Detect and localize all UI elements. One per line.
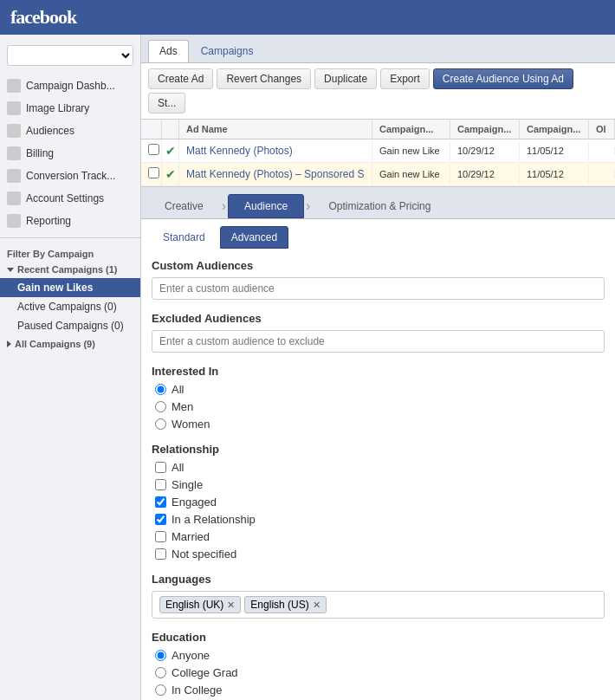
- cb-rel-engaged[interactable]: [155, 496, 166, 508]
- th-campaign3: Campaign...: [520, 120, 589, 139]
- th-campaign1: Campaign...: [372, 120, 450, 139]
- interested-in-men[interactable]: Men: [155, 400, 605, 413]
- td-name-2[interactable]: Matt Kennedy (Photos) – Sponsored S: [179, 164, 372, 185]
- radio-men-label: Men: [172, 400, 193, 413]
- sidebar-label-reporting: Reporting: [26, 215, 71, 227]
- radio-men[interactable]: [155, 401, 166, 412]
- more-button[interactable]: St...: [148, 93, 185, 113]
- languages-tags-container[interactable]: English (UK) ✕ English (US) ✕: [152, 591, 605, 619]
- th-status: [162, 120, 179, 139]
- create-audience-button[interactable]: Create Audience Using Ad: [433, 68, 573, 89]
- cb-rel-married[interactable]: [155, 531, 166, 542]
- custom-audiences-section: Custom Audiences: [152, 259, 605, 300]
- cb-rel-all[interactable]: [155, 462, 166, 473]
- relationship-checkbox-group: All Single Engaged In a Relationshi: [155, 461, 605, 561]
- sidebar-item-dashboard[interactable]: Campaign Dashb...: [0, 75, 140, 97]
- step-tab-optimization[interactable]: Optimization & Pricing: [312, 194, 447, 218]
- sidebar-label-dashboard: Campaign Dashb...: [26, 80, 115, 92]
- step-tab-audience[interactable]: Audience: [228, 194, 304, 218]
- lang-tag-uk-remove[interactable]: ✕: [227, 600, 235, 611]
- languages-label: Languages: [152, 573, 605, 586]
- cb-rel-single[interactable]: [155, 479, 166, 490]
- sidebar-item-audiences[interactable]: Audiences: [0, 120, 140, 142]
- education-label: Education: [152, 631, 605, 644]
- sidebar-item-image-library[interactable]: Image Library: [0, 97, 140, 120]
- step-tab-creative[interactable]: Creative: [148, 194, 220, 218]
- row-checkbox-2[interactable]: [148, 167, 159, 178]
- sidebar-item-reporting[interactable]: Reporting: [0, 210, 140, 232]
- create-ad-button[interactable]: Create Ad: [148, 68, 213, 89]
- sidebar: Campaign Dashb... Image Library Audience…: [0, 35, 141, 700]
- cb-rel-married-label: Married: [172, 530, 210, 543]
- th-checkbox: [141, 120, 162, 139]
- radio-all[interactable]: [155, 384, 166, 395]
- export-button[interactable]: Export: [380, 68, 430, 89]
- lang-tag-us-remove[interactable]: ✕: [313, 600, 320, 611]
- cb-rel-single-label: Single: [172, 478, 203, 491]
- rel-engaged[interactable]: Engaged: [155, 496, 605, 509]
- sidebar-item-conversion[interactable]: Conversion Track...: [0, 165, 140, 187]
- rel-in-relationship[interactable]: In a Relationship: [155, 513, 605, 526]
- tab-campaigns[interactable]: Campaigns: [191, 41, 264, 62]
- sub-tab-standard[interactable]: Standard: [152, 226, 217, 249]
- rel-all[interactable]: All: [155, 461, 605, 474]
- sidebar-divider: [0, 237, 140, 238]
- td-camp1-2: Gain new Like: [372, 165, 450, 184]
- lang-tag-uk-label: English (UK): [165, 599, 223, 611]
- filter-paused-campaigns[interactable]: Paused Campaigns (0): [0, 316, 140, 335]
- radio-edu-in-college[interactable]: [155, 684, 166, 696]
- filter-active-campaigns[interactable]: Active Campaigns (0): [0, 297, 140, 316]
- revert-changes-button[interactable]: Revert Changes: [217, 68, 311, 89]
- search-dropdown[interactable]: [7, 45, 133, 66]
- sidebar-label-conversion: Conversion Track...: [26, 170, 115, 182]
- status-green-icon-2: ✔: [165, 167, 176, 181]
- sidebar-item-account-settings[interactable]: Account Settings: [0, 187, 140, 210]
- td-checkbox-1[interactable]: [141, 139, 162, 162]
- edu-in-college[interactable]: In College: [155, 684, 605, 697]
- cb-rel-in-relationship[interactable]: [155, 514, 166, 525]
- triangle-down-icon: [7, 268, 14, 272]
- education-radio-group: Anyone College Grad In College In H: [155, 649, 605, 700]
- relationship-section: Relationship All Single Engaged: [152, 443, 605, 561]
- education-section: Education Anyone College Grad In Coll: [152, 631, 605, 700]
- excluded-audiences-input[interactable]: [152, 330, 605, 353]
- filter-all-label: All Campaigns (9): [15, 339, 95, 349]
- edu-anyone[interactable]: Anyone: [155, 649, 605, 662]
- radio-edu-in-college-label: In College: [172, 684, 223, 697]
- tabs-bar: Ads Campaigns: [141, 35, 615, 63]
- sidebar-item-billing[interactable]: Billing: [0, 142, 140, 165]
- edu-college-grad[interactable]: College Grad: [155, 666, 605, 679]
- ad-table: Ad Name Campaign... Campaign... Campaign…: [141, 120, 615, 187]
- radio-women[interactable]: [155, 418, 166, 430]
- cb-rel-not-specified[interactable]: [155, 548, 166, 560]
- filter-header: Filter By Campaign: [0, 243, 140, 261]
- lang-tag-us: English (US) ✕: [244, 596, 326, 613]
- custom-audiences-input[interactable]: [152, 277, 605, 300]
- sub-tab-advanced[interactable]: Advanced: [220, 226, 288, 249]
- interested-in-all[interactable]: All: [155, 383, 605, 396]
- tab-ads[interactable]: Ads: [148, 40, 189, 62]
- filter-recent-label: Recent Campaigns (1): [17, 264, 118, 275]
- image-icon: [7, 101, 21, 115]
- step-arrow-1: ›: [220, 194, 228, 218]
- radio-edu-college-grad[interactable]: [155, 667, 166, 678]
- interested-in-women[interactable]: Women: [155, 418, 605, 431]
- td-name-1[interactable]: Matt Kennedy (Photos): [179, 140, 372, 161]
- duplicate-button[interactable]: Duplicate: [314, 68, 377, 89]
- td-status-2: ✔: [162, 163, 179, 185]
- filter-all-campaigns[interactable]: All Campaigns (9): [0, 335, 140, 353]
- row-checkbox-1[interactable]: [148, 144, 159, 155]
- th-ad-name: Ad Name: [179, 120, 372, 139]
- layout: Campaign Dashb... Image Library Audience…: [0, 35, 615, 700]
- rel-single[interactable]: Single: [155, 478, 605, 491]
- filter-gain-new-likes[interactable]: Gain new Likes: [0, 278, 140, 297]
- filter-recent-campaigns[interactable]: Recent Campaigns (1): [0, 261, 140, 278]
- radio-edu-anyone[interactable]: [155, 650, 166, 661]
- td-checkbox-2[interactable]: [141, 163, 162, 185]
- rel-married[interactable]: Married: [155, 530, 605, 543]
- radio-all-label: All: [172, 383, 184, 396]
- conversion-icon: [7, 169, 21, 183]
- step-tabs: Creative › Audience › Optimization & Pri…: [141, 187, 615, 219]
- rel-not-specified[interactable]: Not specified: [155, 548, 605, 561]
- custom-audiences-label: Custom Audiences: [152, 259, 605, 272]
